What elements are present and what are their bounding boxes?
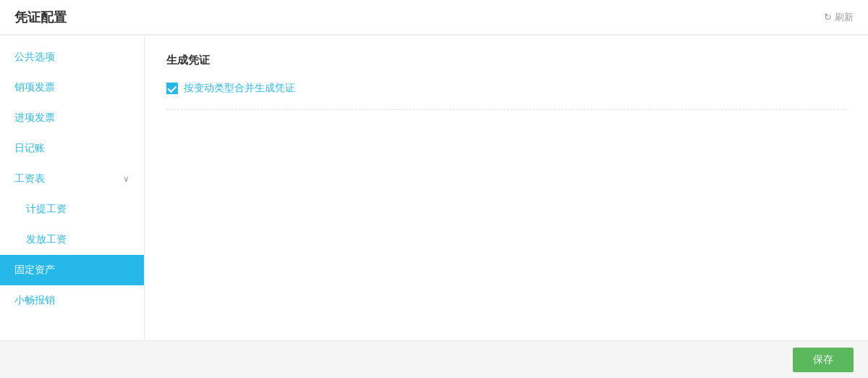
page-wrapper: 凭证配置 ↻ 刷新 公共选项 销项发票 进项发票 日记账 工资表 ∨ [0, 0, 868, 378]
sidebar-item-label: 进项发票 [14, 112, 55, 125]
sidebar-item-journal[interactable]: 日记账 [0, 133, 144, 164]
sidebar-item-expense-report[interactable]: 小畅报销 [0, 285, 144, 316]
sidebar-item-fixed-assets[interactable]: 固定资产 [0, 255, 144, 285]
sidebar-item-accrual-payroll[interactable]: 计提工资 [0, 194, 144, 224]
sidebar-item-purchase-invoice[interactable]: 进项发票 [0, 103, 144, 133]
sidebar-item-label: 公共选项 [14, 51, 55, 64]
section-divider [166, 109, 846, 110]
sidebar-item-label: 销项发票 [14, 81, 55, 94]
merge-checkbox[interactable] [166, 83, 178, 94]
section-title: 生成凭证 [166, 54, 846, 67]
sidebar: 公共选项 销项发票 进项发票 日记账 工资表 ∨ 计提工资 发放工资 [0, 36, 145, 340]
save-button[interactable]: 保存 [793, 348, 854, 372]
sidebar-item-payroll-table[interactable]: 工资表 ∨ [0, 164, 144, 194]
option-row: 按变动类型合并生成凭证 [166, 82, 846, 95]
page-title: 凭证配置 [14, 9, 67, 26]
chevron-down-icon: ∨ [123, 174, 129, 184]
merge-checkbox-label: 按变动类型合并生成凭证 [184, 82, 295, 95]
content-area: 生成凭证 按变动类型合并生成凭证 [145, 36, 868, 340]
main-layout: 公共选项 销项发票 进项发票 日记账 工资表 ∨ 计提工资 发放工资 [0, 36, 868, 340]
sidebar-item-label: 小畅报销 [14, 294, 55, 307]
sidebar-item-label: 工资表 [14, 172, 45, 185]
sidebar-item-pay-payroll[interactable]: 发放工资 [0, 224, 144, 255]
refresh-icon: ↻ [824, 12, 832, 22]
sidebar-item-label: 发放工资 [26, 233, 67, 246]
refresh-label: 刷新 [835, 11, 854, 24]
sidebar-item-label: 日记账 [14, 142, 45, 155]
refresh-button[interactable]: ↻ 刷新 [824, 11, 854, 24]
sidebar-item-public-options[interactable]: 公共选项 [0, 42, 144, 72]
page-header: 凭证配置 ↻ 刷新 [0, 0, 868, 35]
sidebar-item-sales-invoice[interactable]: 销项发票 [0, 72, 144, 103]
sidebar-item-label: 计提工资 [26, 203, 67, 216]
sidebar-item-label: 固定资产 [14, 264, 55, 277]
page-footer: 保存 [0, 340, 868, 378]
